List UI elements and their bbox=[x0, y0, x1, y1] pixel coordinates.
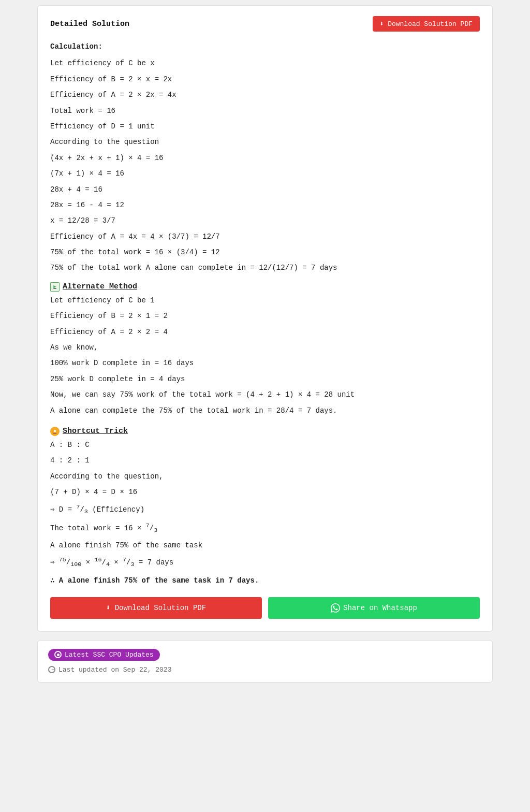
calc-line-2: Efficiency of B = 2 × x = 2x bbox=[50, 74, 480, 85]
alt-line-7: Now, we can say 75% work of the total wo… bbox=[50, 389, 480, 400]
alt-line-1: Let efficiency of C be 1 bbox=[50, 295, 480, 306]
shortcut-icon: ● bbox=[50, 427, 60, 436]
calc-line-9: 28x + 4 = 16 bbox=[50, 184, 480, 195]
last-updated: Last updated on Sep 22, 2023 bbox=[48, 666, 482, 674]
alt-line-5: 100% work D complete in = 16 days bbox=[50, 357, 480, 369]
shortcut-line-1: A : B : C bbox=[50, 439, 480, 451]
conclusion-text: ∴ A alone finish 75% of the same task in… bbox=[50, 575, 480, 586]
shortcut-line-4: (7 + D) × 4 = D × 16 bbox=[50, 486, 480, 498]
calc-line-10: 28x = 16 - 4 = 12 bbox=[50, 199, 480, 211]
calc-line-1: Let efficiency of C be x bbox=[50, 57, 480, 69]
updates-badge-wrapper: Latest SSC CPO Updates bbox=[48, 649, 482, 661]
alt-line-6: 25% work D complete in = 4 days bbox=[50, 373, 480, 385]
calc-line-12: Efficiency of A = 4x = 4 × (3/7) = 12/7 bbox=[50, 231, 480, 242]
shortcut-line-8: ⇒ 75/100 × 16/4 × 7/3 = 7 days bbox=[50, 555, 480, 570]
solution-body: Calculation: Let efficiency of C be x Ef… bbox=[50, 41, 480, 587]
shortcut-line-7: A alone finish 75% of the same task bbox=[50, 540, 480, 551]
shortcut-line-2: 4 : 2 : 1 bbox=[50, 455, 480, 466]
shortcut-heading: ● Shortcut Trick bbox=[50, 427, 480, 436]
alt-line-3: Efficiency of A = 2 × 2 = 4 bbox=[50, 326, 480, 338]
updates-badge-text: Latest SSC CPO Updates bbox=[65, 651, 154, 659]
calc-line-11: x = 12/28 = 3/7 bbox=[50, 215, 480, 226]
calc-line-4: Total work = 16 bbox=[50, 105, 480, 117]
updates-card: Latest SSC CPO Updates Last updated on S… bbox=[37, 640, 493, 683]
radio-icon bbox=[54, 651, 62, 658]
calc-line-7: (4x + 2x + x + 1) × 4 = 16 bbox=[50, 152, 480, 164]
calc-line-13: 75% of the total work = 16 × (3/4) = 12 bbox=[50, 247, 480, 258]
detailed-solution-title: Detailed Solution bbox=[50, 20, 129, 28]
calc-line-5: Efficiency of D = 1 unit bbox=[50, 121, 480, 132]
card-header: Detailed Solution ⬇ Download Solution PD… bbox=[50, 16, 480, 32]
download-pdf-bottom-button[interactable]: ⬇ Download Solution PDF bbox=[50, 597, 262, 619]
whatsapp-label: Share on Whatsapp bbox=[343, 604, 417, 612]
calculation-heading: Calculation: bbox=[50, 41, 480, 52]
whatsapp-icon bbox=[331, 603, 340, 613]
download-pdf-top-button[interactable]: ⬇ Download Solution PDF bbox=[373, 16, 480, 32]
alt-line-2: Efficiency of B = 2 × 1 = 2 bbox=[50, 310, 480, 322]
bottom-buttons: ⬇ Download Solution PDF Share on Whatsap… bbox=[50, 597, 480, 619]
calc-line-6: According to the question bbox=[50, 136, 480, 148]
clock-icon bbox=[48, 666, 55, 673]
solution-card: Detailed Solution ⬇ Download Solution PD… bbox=[37, 5, 493, 632]
calc-line-3: Efficiency of A = 2 × 2x = 4x bbox=[50, 89, 480, 100]
alternate-icon: ▶ bbox=[50, 282, 60, 292]
alt-line-4: As we know, bbox=[50, 342, 480, 353]
shortcut-line-3: According to the question, bbox=[50, 471, 480, 482]
last-updated-text: Last updated on Sep 22, 2023 bbox=[58, 666, 171, 674]
alternate-method-heading: ▶ Alternate Method bbox=[50, 282, 480, 292]
calc-line-14: 75% of the total work A alone can comple… bbox=[50, 262, 480, 273]
whatsapp-share-button[interactable]: Share on Whatsapp bbox=[268, 597, 480, 619]
calc-line-8: (7x + 1) × 4 = 16 bbox=[50, 168, 480, 179]
shortcut-line-6: The total work = 16 × 7/3 bbox=[50, 521, 480, 535]
alt-line-8: A alone can complete the 75% of the tota… bbox=[50, 405, 480, 416]
updates-badge: Latest SSC CPO Updates bbox=[48, 649, 160, 661]
shortcut-line-5: ⇒ D = 7/3 (Efficiency) bbox=[50, 502, 480, 517]
